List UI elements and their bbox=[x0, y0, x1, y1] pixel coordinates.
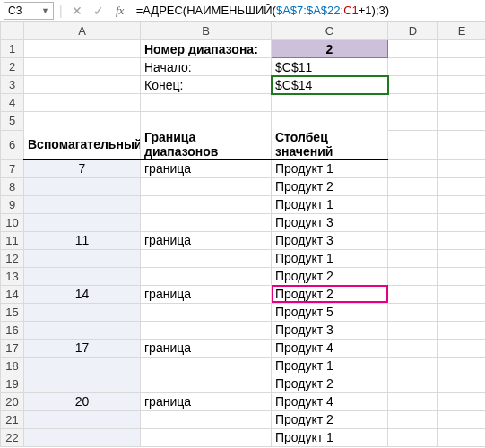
cell-B18[interactable] bbox=[141, 357, 272, 375]
row-header[interactable]: 16 bbox=[1, 321, 24, 339]
cell-B20[interactable]: граница bbox=[141, 392, 272, 410]
cell[interactable] bbox=[272, 94, 388, 112]
cell[interactable] bbox=[141, 94, 272, 112]
col-header-C[interactable]: C bbox=[272, 22, 388, 40]
cell-A1[interactable] bbox=[24, 40, 141, 58]
cell-A9[interactable] bbox=[24, 195, 141, 213]
cell-C1[interactable]: 2 bbox=[272, 40, 388, 58]
cell-B8[interactable] bbox=[141, 177, 272, 195]
row-header[interactable]: 19 bbox=[1, 375, 24, 392]
col-header-A[interactable]: A bbox=[24, 22, 141, 40]
cell[interactable] bbox=[438, 410, 486, 428]
cell[interactable] bbox=[438, 267, 486, 285]
row-header[interactable]: 6 bbox=[1, 130, 24, 159]
row-header[interactable]: 18 bbox=[1, 357, 24, 375]
fx-icon[interactable]: fx bbox=[111, 4, 129, 18]
name-box-dropdown-icon[interactable]: ▼ bbox=[41, 6, 49, 15]
cell[interactable] bbox=[438, 177, 486, 195]
cell-C7[interactable]: Продукт 1 bbox=[272, 159, 388, 177]
row-header[interactable]: 1 bbox=[1, 40, 24, 58]
cell[interactable] bbox=[388, 159, 438, 177]
cell[interactable] bbox=[388, 130, 438, 159]
row-header[interactable]: 9 bbox=[1, 195, 24, 213]
row-header[interactable]: 12 bbox=[1, 249, 24, 267]
cell[interactable] bbox=[388, 392, 438, 410]
row-header[interactable]: 5 bbox=[1, 112, 24, 131]
cell[interactable] bbox=[438, 231, 486, 249]
row-header[interactable]: 8 bbox=[1, 177, 24, 195]
cell[interactable] bbox=[388, 428, 438, 446]
row-header[interactable]: 4 bbox=[1, 94, 24, 112]
cell[interactable] bbox=[438, 159, 486, 177]
cell-E1[interactable] bbox=[438, 40, 486, 58]
cell-C15[interactable]: Продукт 5 bbox=[272, 303, 388, 321]
cell-C20[interactable]: Продукт 4 bbox=[272, 392, 388, 410]
cell[interactable] bbox=[438, 375, 486, 392]
cell[interactable] bbox=[438, 321, 486, 339]
cell-A5[interactable] bbox=[24, 112, 141, 131]
row-header[interactable]: 14 bbox=[1, 285, 24, 303]
cell-C12[interactable]: Продукт 1 bbox=[272, 249, 388, 267]
row-header[interactable]: 10 bbox=[1, 213, 24, 231]
cell-B7[interactable]: граница bbox=[141, 159, 272, 177]
cell-A13[interactable] bbox=[24, 267, 141, 285]
row-header[interactable]: 15 bbox=[1, 303, 24, 321]
row-header[interactable]: 7 bbox=[1, 159, 24, 177]
row-header[interactable]: 20 bbox=[1, 392, 24, 410]
cell-C2[interactable]: $C$11 bbox=[272, 58, 388, 76]
cell-C13[interactable]: Продукт 2 bbox=[272, 267, 388, 285]
cell[interactable] bbox=[388, 321, 438, 339]
col-header-B[interactable]: B bbox=[141, 22, 272, 40]
cell[interactable] bbox=[388, 410, 438, 428]
cell-B16[interactable] bbox=[141, 321, 272, 339]
cell-C9[interactable]: Продукт 1 bbox=[272, 195, 388, 213]
enter-icon[interactable]: ✓ bbox=[90, 4, 108, 18]
row-header[interactable]: 11 bbox=[1, 231, 24, 249]
cell[interactable] bbox=[438, 285, 486, 303]
cell-A6-header[interactable]: Вспомагательный bbox=[24, 130, 141, 159]
cell[interactable] bbox=[388, 94, 438, 112]
col-header-D[interactable]: D bbox=[388, 22, 438, 40]
row-header[interactable]: 13 bbox=[1, 267, 24, 285]
cell-B12[interactable] bbox=[141, 249, 272, 267]
cell-A19[interactable] bbox=[24, 375, 141, 392]
cell-B5[interactable] bbox=[141, 112, 272, 131]
cell-A18[interactable] bbox=[24, 357, 141, 375]
cell-E3[interactable] bbox=[438, 76, 486, 94]
cell[interactable] bbox=[438, 213, 486, 231]
cell-B21[interactable] bbox=[141, 410, 272, 428]
cell[interactable] bbox=[388, 213, 438, 231]
cell[interactable] bbox=[438, 112, 486, 131]
row-header[interactable]: 17 bbox=[1, 339, 24, 357]
cell-D1[interactable] bbox=[388, 40, 438, 58]
cell-A3[interactable] bbox=[24, 76, 141, 94]
select-all-corner[interactable] bbox=[1, 22, 24, 40]
row-header[interactable]: 21 bbox=[1, 410, 24, 428]
cell-B22[interactable] bbox=[141, 428, 272, 446]
cell[interactable] bbox=[388, 249, 438, 267]
cell-C14[interactable]: Продукт 2 bbox=[272, 285, 388, 303]
cell[interactable] bbox=[438, 357, 486, 375]
cell[interactable] bbox=[388, 339, 438, 357]
row-header[interactable]: 2 bbox=[1, 58, 24, 76]
cell[interactable] bbox=[388, 195, 438, 213]
cell[interactable] bbox=[438, 428, 486, 446]
cell[interactable] bbox=[438, 130, 486, 159]
cell-B1[interactable]: Номер диапазона: bbox=[141, 40, 272, 58]
cell-C19[interactable]: Продукт 2 bbox=[272, 375, 388, 392]
cell-D2[interactable] bbox=[388, 58, 438, 76]
cell-D3[interactable] bbox=[388, 76, 438, 94]
cell-A14[interactable]: 14 bbox=[24, 285, 141, 303]
cell[interactable] bbox=[388, 357, 438, 375]
cell[interactable] bbox=[24, 94, 141, 112]
cell-A16[interactable] bbox=[24, 321, 141, 339]
row-header[interactable]: 3 bbox=[1, 76, 24, 94]
cell[interactable] bbox=[388, 303, 438, 321]
cell-C16[interactable]: Продукт 3 bbox=[272, 321, 388, 339]
cell[interactable] bbox=[388, 112, 438, 131]
cell-A17[interactable]: 17 bbox=[24, 339, 141, 357]
cell-A20[interactable]: 20 bbox=[24, 392, 141, 410]
col-header-E[interactable]: E bbox=[438, 22, 486, 40]
cell[interactable] bbox=[388, 177, 438, 195]
cell-C8[interactable]: Продукт 2 bbox=[272, 177, 388, 195]
